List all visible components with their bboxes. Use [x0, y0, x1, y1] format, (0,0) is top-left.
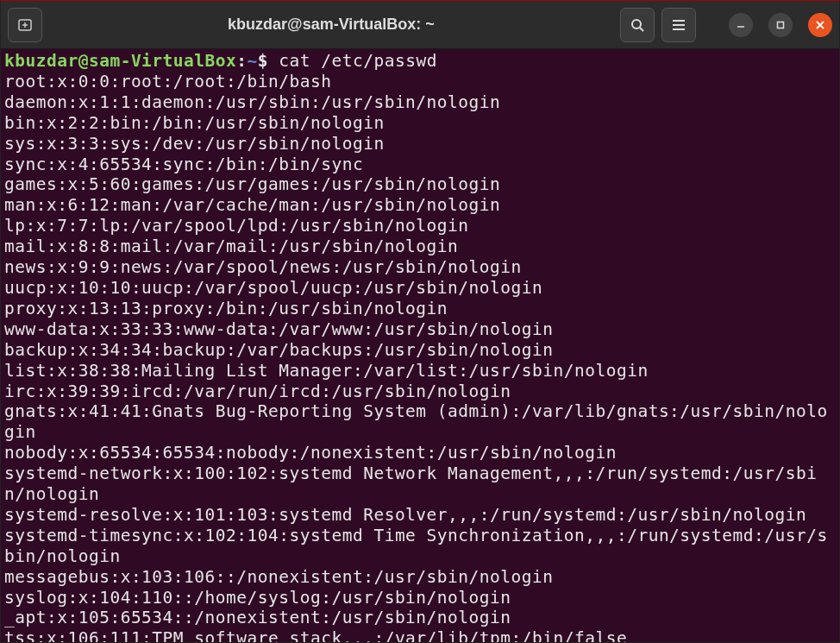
- output-line: lp:x:7:7:lp:/var/spool/lpd:/usr/sbin/nol…: [4, 216, 836, 236]
- search-button[interactable]: [620, 8, 655, 42]
- titlebar: kbuzdar@sam-VirtualBox: ~: [1, 1, 839, 49]
- output-line: tss:x:106:111:TPM software stack,,,:/var…: [4, 628, 836, 643]
- output-line: daemon:x:1:1:daemon:/usr/sbin:/usr/sbin/…: [4, 92, 836, 113]
- new-tab-icon: [17, 17, 33, 33]
- prompt-path: ~: [248, 51, 258, 71]
- menu-button[interactable]: [661, 8, 696, 42]
- minimize-icon: [737, 21, 745, 29]
- output-line: news:x:9:9:news:/var/spool/news:/usr/sbi…: [4, 257, 836, 278]
- maximize-icon: [776, 21, 785, 29]
- output-line: www-data:x:33:33:www-data:/var/www:/usr/…: [4, 319, 836, 340]
- svg-line-4: [640, 28, 643, 31]
- command-text: cat /etc/passwd: [279, 51, 437, 71]
- output-line: syslog:x:104:110::/home/syslog:/usr/sbin…: [4, 588, 836, 608]
- output-line: sys:x:3:3:sys:/dev:/usr/sbin/nologin: [4, 134, 836, 154]
- output-line: _apt:x:105:65534::/nonexistent:/usr/sbin…: [4, 608, 836, 628]
- svg-point-3: [632, 20, 641, 28]
- output-line: list:x:38:38:Mailing List Manager:/var/l…: [4, 361, 836, 381]
- output-line: backup:x:34:34:backup:/var/backups:/usr/…: [4, 340, 836, 361]
- prompt-dollar: $: [258, 51, 268, 71]
- hamburger-icon: [672, 19, 686, 31]
- output-line: gnats:x:41:41:Gnats Bug-Reporting System…: [4, 401, 836, 443]
- prompt-user-host: kbuzdar@sam-VirtualBox: [4, 51, 236, 71]
- output-line: nobody:x:65534:65534:nobody:/nonexistent…: [4, 443, 836, 463]
- close-button[interactable]: [808, 13, 832, 37]
- output-line: systemd-network:x:100:102:systemd Networ…: [4, 463, 836, 505]
- terminal-output: root:x:0:0:root:/root:/bin/bashdaemon:x:…: [4, 72, 836, 643]
- maximize-button[interactable]: [768, 13, 793, 37]
- search-icon: [630, 18, 644, 32]
- output-line: irc:x:39:39:ircd:/var/run/ircd:/usr/sbin…: [4, 381, 836, 402]
- output-line: uucp:x:10:10:uucp:/var/spool/uucp:/usr/s…: [4, 278, 836, 299]
- output-line: systemd-timesync:x:102:104:systemd Time …: [4, 526, 836, 567]
- prompt-colon: :: [236, 51, 247, 71]
- close-icon: [816, 21, 824, 29]
- output-line: man:x:6:12:man:/var/cache/man:/usr/sbin/…: [4, 195, 836, 216]
- output-line: bin:x:2:2:bin:/bin:/usr/sbin/nologin: [4, 113, 836, 134]
- output-line: games:x:5:60:games:/usr/games:/usr/sbin/…: [4, 174, 836, 195]
- minimize-button[interactable]: [729, 13, 753, 37]
- output-line: systemd-resolve:x:101:103:systemd Resolv…: [4, 505, 836, 526]
- output-line: proxy:x:13:13:proxy:/bin:/usr/sbin/nolog…: [4, 299, 836, 319]
- new-tab-button[interactable]: [8, 8, 42, 42]
- output-line: sync:x:4:65534:sync:/bin:/bin/sync: [4, 154, 836, 175]
- output-line: messagebus:x:103:106::/nonexistent:/usr/…: [4, 567, 836, 588]
- svg-rect-9: [778, 22, 784, 28]
- terminal-content[interactable]: kbuzdar@sam-VirtualBox:~$ cat /etc/passw…: [1, 49, 839, 643]
- output-line: mail:x:8:8:mail:/var/mail:/usr/sbin/nolo…: [4, 236, 836, 257]
- window-title: kbuzdar@sam-VirtualBox: ~: [42, 16, 620, 34]
- output-line: root:x:0:0:root:/root:/bin/bash: [4, 72, 836, 92]
